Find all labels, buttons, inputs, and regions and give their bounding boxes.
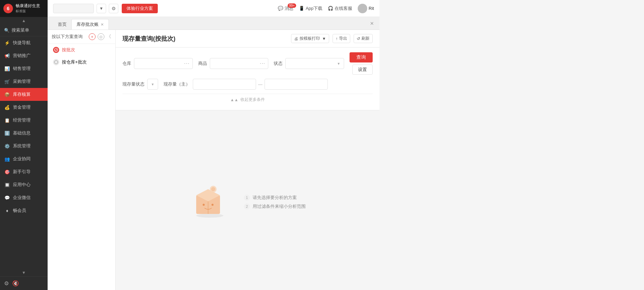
content-area: 按以下方案查询 ＋ ◎ 《 按批次 bbox=[48, 30, 379, 290]
sidebar-item-guide[interactable]: 🎯 新手引导 bbox=[0, 165, 48, 178]
sidebar-item-purchase[interactable]: 🛒 采购管理 bbox=[0, 75, 48, 88]
refresh-icon: ↺ bbox=[357, 36, 360, 41]
topbar-service-btn[interactable]: 🎧 在线客服 bbox=[328, 5, 352, 12]
topbar: ▼ ⚙ 体验行业方案 💬 消息 99+ 📱 App下载 🎧 在线客服 bbox=[48, 0, 379, 17]
filter-stock-qty-range: — bbox=[193, 79, 328, 90]
add-scheme-btn[interactable]: ＋ bbox=[89, 33, 96, 40]
stock-qty-from-input[interactable] bbox=[193, 79, 256, 90]
page-header-actions: 🖨 按模板打印 ▼ ↑ 导出 ↺ 刷新 bbox=[291, 34, 373, 43]
sidebar-item-wechat[interactable]: 💬 企业微信 bbox=[0, 191, 48, 204]
collapse-panel-btn[interactable]: 《 bbox=[106, 34, 111, 40]
sidebar-item-finance[interactable]: 💰 资金管理 bbox=[0, 101, 48, 114]
collapse-label: 收起更多条件 bbox=[240, 97, 265, 103]
filter-product-label: 商品 bbox=[198, 60, 207, 67]
sidebar-scroll: 🔍 搜索菜单 ⚡ 快捷导航 📢 营销推广 📊 销售管理 🛒 采购管理 📦 bbox=[0, 24, 48, 269]
sidebar-item-label: 畅会员 bbox=[13, 207, 26, 214]
marketing-icon: 📢 bbox=[4, 53, 10, 59]
audio-icon[interactable]: 🔇 bbox=[12, 280, 19, 287]
print-label: 按模板打印 bbox=[300, 36, 320, 41]
sidebar-item-operations[interactable]: 📋 经营管理 bbox=[0, 114, 48, 127]
step-1-text: 请先选择要分析的方案 bbox=[253, 195, 297, 201]
stock-status-arrow-icon: ▼ bbox=[151, 83, 154, 86]
filter-status-select[interactable]: ▼ bbox=[285, 58, 344, 69]
stock-qty-to-input[interactable] bbox=[265, 79, 328, 90]
collapse-more-btn[interactable]: ▲▲ 收起更多条件 bbox=[122, 94, 373, 105]
topbar-app-btn[interactable]: 📱 App下载 bbox=[299, 5, 322, 12]
sidebar-item-label: 基础信息 bbox=[13, 130, 31, 136]
topbar-user-btn[interactable]: Rit bbox=[358, 4, 374, 13]
sidebar-item-basics[interactable]: ℹ️ 基础信息 bbox=[0, 127, 48, 140]
filter-warehouse-input[interactable]: ··· bbox=[134, 58, 193, 69]
scroll-down-btn[interactable]: ▼ bbox=[22, 270, 26, 275]
filter-product-input[interactable]: ··· bbox=[210, 58, 269, 69]
filter-status-field: 状态 ▼ bbox=[274, 58, 344, 69]
sidebar-item-system[interactable]: ⚙️ 系统管理 bbox=[0, 140, 48, 152]
sidebar-item-inventory[interactable]: 📦 库存核算 bbox=[0, 88, 48, 101]
empty-content: 1 请先选择要分析的方案 2 用过滤条件来缩小分析范围 bbox=[189, 182, 306, 219]
export-btn[interactable]: ↑ 导出 bbox=[333, 34, 350, 43]
scroll-up-btn[interactable]: ▲ bbox=[22, 18, 26, 23]
experience-industry-btn[interactable]: 体验行业方案 bbox=[122, 4, 158, 13]
tab-inventory-batch[interactable]: 库存批次账 ✕ bbox=[71, 19, 109, 30]
filter-stock-status-select[interactable]: ▼ bbox=[147, 79, 158, 90]
export-label: 导出 bbox=[339, 36, 347, 41]
sidebar: 6 畅康通好生意 标准版 ▲ 🔍 搜索菜单 ⚡ 快捷导航 📢 营销推广 bbox=[0, 0, 48, 290]
print-template-btn[interactable]: 🖨 按模板打印 ▼ bbox=[291, 34, 329, 43]
filter-warehouse-field: 仓库 ··· bbox=[122, 58, 193, 69]
sidebar-item-vip[interactable]: ♦ 畅会员 bbox=[0, 204, 48, 217]
sidebar-item-label: 营销推广 bbox=[13, 53, 31, 59]
scheme-icon-warehouse-batch bbox=[53, 59, 59, 65]
sidebar-item-apps[interactable]: 🔲 应用中心 bbox=[0, 178, 48, 191]
tabbar: 首页 库存批次账 ✕ ✕ bbox=[48, 17, 379, 30]
sidebar-search-label: 搜索菜单 bbox=[12, 27, 29, 33]
tab-inventory-batch-label: 库存批次账 bbox=[77, 21, 99, 28]
scheme-batch-label: 按批次 bbox=[62, 47, 75, 53]
setting-btn[interactable]: 设置 bbox=[352, 65, 373, 75]
tab-close-btn[interactable]: ✕ bbox=[101, 22, 104, 27]
topbar-dropdown-btn[interactable]: ▼ bbox=[97, 4, 106, 13]
sales-icon: 📊 bbox=[4, 66, 10, 72]
filter-stock-status-label: 现存量状态 bbox=[122, 81, 145, 87]
tabbar-close-right[interactable]: ✕ bbox=[370, 21, 374, 26]
refresh-btn[interactable]: ↺ 刷新 bbox=[354, 34, 373, 43]
main-area: ▼ ⚙ 体验行业方案 💬 消息 99+ 📱 App下载 🎧 在线客服 bbox=[48, 0, 379, 290]
empty-step-1: 1 请先选择要分析的方案 bbox=[244, 195, 306, 201]
finance-icon: 💰 bbox=[4, 104, 10, 110]
export-icon: ↑ bbox=[336, 36, 338, 41]
sidebar-item-sales[interactable]: 📊 销售管理 bbox=[0, 62, 48, 75]
sidebar-item-label: 企业微信 bbox=[13, 195, 31, 201]
message-badge: 99+ bbox=[288, 3, 296, 8]
product-dots-btn[interactable]: ··· bbox=[260, 60, 265, 67]
sidebar-item-label: 经营管理 bbox=[13, 117, 31, 123]
sidebar-search-item[interactable]: 🔍 搜索菜单 bbox=[0, 24, 48, 36]
sidebar-item-marketing[interactable]: 📢 营销推广 bbox=[0, 49, 48, 62]
topbar-gear-btn[interactable]: ⚙ bbox=[109, 4, 118, 13]
filter-warehouse-label: 仓库 bbox=[122, 60, 131, 67]
user-name: Rit bbox=[369, 6, 374, 11]
collapse-up-icon: ▲▲ bbox=[230, 97, 238, 102]
topbar-search-input[interactable] bbox=[53, 4, 94, 13]
svg-point-6 bbox=[203, 204, 205, 206]
scheme-item-batch[interactable]: 按批次 bbox=[48, 44, 115, 56]
empty-step-2: 2 用过滤条件来缩小分析范围 bbox=[244, 203, 306, 210]
filter-stock-status-field: 现存量状态 ▼ bbox=[122, 79, 158, 90]
sidebar-item-quicknav[interactable]: ⚡ 快捷导航 bbox=[0, 36, 48, 49]
sidebar-item-enterprise[interactable]: 👥 企业协同 bbox=[0, 152, 48, 165]
tab-home[interactable]: 首页 bbox=[53, 19, 71, 30]
right-panel: 现存量查询(按批次) 🖨 按模板打印 ▼ ↑ 导出 ↺ bbox=[116, 30, 379, 290]
sidebar-item-label: 系统管理 bbox=[13, 143, 31, 149]
sidebar-item-label: 采购管理 bbox=[13, 78, 31, 85]
warehouse-dots-btn[interactable]: ··· bbox=[184, 60, 189, 67]
filter-row-2: 现存量状态 ▼ 现存量（主） — bbox=[122, 79, 373, 90]
target-scheme-btn[interactable]: ◎ bbox=[98, 33, 104, 40]
filter-product-field: 商品 ··· bbox=[198, 58, 269, 69]
filter-stock-qty-field: 现存量（主） — bbox=[164, 79, 328, 90]
step-1-num: 1 bbox=[244, 195, 250, 201]
query-btn[interactable]: 查询 bbox=[350, 52, 373, 62]
purchase-icon: 🛒 bbox=[4, 78, 10, 85]
guide-icon: 🎯 bbox=[4, 169, 10, 175]
service-label: 在线客服 bbox=[335, 5, 352, 12]
topbar-message-btn[interactable]: 💬 消息 99+ bbox=[278, 5, 293, 12]
scheme-item-warehouse-batch[interactable]: 按仓库+批次 bbox=[48, 56, 115, 68]
settings-icon[interactable]: ⚙ bbox=[4, 280, 9, 287]
